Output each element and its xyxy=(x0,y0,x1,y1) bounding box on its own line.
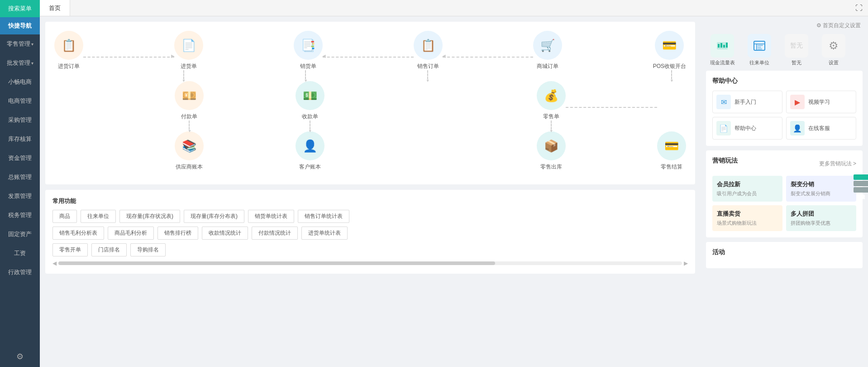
svg-rect-9 xyxy=(758,47,761,48)
sidebar-item-ecom-mgmt[interactable]: 电商管理 xyxy=(0,92,40,111)
sidebar-item-stock[interactable]: 库存核算 xyxy=(0,130,40,149)
sidebar-item-wholesale[interactable]: 批发管理 ▾ xyxy=(0,53,40,72)
homepage-customize-btn[interactable]: ⚙ 首页自定义设置 xyxy=(706,22,863,29)
node-retail[interactable]: 💰 零售单 xyxy=(537,81,566,121)
marketing-more-btn[interactable]: 更多营销玩法 > xyxy=(819,160,856,168)
node-retail-settle[interactable]: 💳 零售结算 xyxy=(657,131,686,171)
content-area: 📋 进货订单 ▶ 📄 进货单 xyxy=(40,16,868,367)
node-purchase-bill[interactable]: 📄 进货单 xyxy=(174,31,203,70)
node-mall-order[interactable]: 🛒 商城订单 xyxy=(533,31,562,70)
purchase-order-icon: 📋 xyxy=(54,31,83,60)
node-customer-ledger[interactable]: 👤 客户账本 xyxy=(296,131,324,171)
func-btn-receipt-stat[interactable]: 收款情况统计 xyxy=(202,227,248,240)
quick-icons: 现金流量表 往来单位 xyxy=(706,34,863,66)
node-supplier-ledger[interactable]: 📚 供应商账本 xyxy=(175,131,204,171)
sidebar-item-purchase[interactable]: 采购管理 xyxy=(0,111,40,130)
float-btn-hotline[interactable]: 客服热线 xyxy=(854,174,868,180)
help-item-beginner[interactable]: ✉ 新手入门 xyxy=(712,91,782,113)
sidebar-item-admin[interactable]: 行政管理 xyxy=(0,263,40,282)
svg-rect-10 xyxy=(758,48,762,49)
float-buttons: 客服热线 服务社区 桌面快捷 xyxy=(854,174,868,193)
sidebar-item-retail[interactable]: 零售管理 ▾ xyxy=(0,34,40,53)
func-btn-row-1: 商品 往来单位 现存量(库存状况表) 现存量(库存分布表) 销货单统计表 销售订… xyxy=(52,210,688,223)
payment-label: 付款单 xyxy=(181,113,197,121)
quick-icon-none[interactable]: 暂无 暂无 xyxy=(780,34,813,66)
sidebar-item-ledger[interactable]: 总账管理 xyxy=(0,168,40,187)
mall-order-label: 商城订单 xyxy=(537,63,558,70)
func-btn-store-rank[interactable]: 门店排名 xyxy=(91,243,127,256)
func-btn-guide-rank[interactable]: 导购排名 xyxy=(130,243,166,256)
sidebar-item-payroll[interactable]: 工资 xyxy=(0,244,40,263)
partners-icon xyxy=(748,34,771,58)
sidebar-item-assets[interactable]: 固定资产 xyxy=(0,225,40,244)
retail-out-icon: 📦 xyxy=(537,131,566,160)
sales-bill-label: 销货单 xyxy=(300,63,316,70)
help-item-video[interactable]: ▶ 视频学习 xyxy=(786,91,856,113)
func-btn-purchase-stat[interactable]: 进货单统计表 xyxy=(301,227,348,240)
sidebar-item-ecom[interactable]: 小畅电商 xyxy=(0,72,40,92)
svg-rect-3 xyxy=(723,45,725,48)
scroll-thumb xyxy=(58,261,495,265)
retail-settle-label: 零售结算 xyxy=(661,163,682,171)
help-item-docs[interactable]: 📄 帮助中心 xyxy=(712,117,782,140)
expand-icon[interactable]: ⛶ xyxy=(854,2,864,14)
scroll-left-btn[interactable]: ◀ xyxy=(52,260,57,266)
func-btn-profit1[interactable]: 销售毛利分析表 xyxy=(52,227,104,240)
func-btn-stock1[interactable]: 现存量(库存状况表) xyxy=(119,210,180,223)
help-card: 帮助中心 ✉ 新手入门 ▶ 视频学习 📄 帮助中心 👤 xyxy=(706,71,863,146)
marketing-item-group[interactable]: 多人拼团 拼团购物享受优惠 xyxy=(786,205,856,231)
marketing-item-live[interactable]: 直播卖货 场景式购物新玩法 xyxy=(712,205,782,231)
func-btn-row-3: 零售开单 门店排名 导购排名 xyxy=(52,243,688,256)
marketing-item-member[interactable]: 会员拉新 吸引用户成为会员 xyxy=(712,176,782,202)
supplier-ledger-label: 供应商账本 xyxy=(176,163,203,171)
func-btn-partners[interactable]: 往来单位 xyxy=(81,210,116,223)
tab-home[interactable]: 首页 xyxy=(40,0,70,16)
partners-label: 往来单位 xyxy=(749,59,769,66)
func-btn-profit2[interactable]: 商品毛利分析 xyxy=(108,227,154,240)
sidebar-search-btn[interactable]: 搜索菜单 xyxy=(0,0,40,17)
sidebar-item-finance[interactable]: 资金管理 xyxy=(0,149,40,168)
customer-ledger-label: 客户账本 xyxy=(299,163,321,171)
quick-icon-cashflow[interactable]: 现金流量表 xyxy=(706,34,739,66)
sidebar-item-invoice[interactable]: 发票管理 xyxy=(0,187,40,206)
node-sales-order[interactable]: 📋 销售订单 xyxy=(414,31,443,70)
video-icon: ▶ xyxy=(790,95,805,109)
right-panel: ⚙ 首页自定义设置 现金流量表 xyxy=(701,16,868,367)
node-sales-bill[interactable]: 📑 销货单 xyxy=(294,31,323,70)
node-receipt[interactable]: 💵 收款单 xyxy=(296,81,324,121)
float-btn-desktop[interactable]: 桌面快捷 xyxy=(854,187,868,193)
sidebar-settings-btn[interactable]: ⚙ xyxy=(0,346,40,367)
sidebar-item-tax[interactable]: 税务管理 xyxy=(0,206,40,225)
scroll-track[interactable] xyxy=(58,261,682,265)
purchase-order-label: 进货订单 xyxy=(58,63,80,70)
retail-icon: 💰 xyxy=(537,81,566,110)
sidebar-quick-nav[interactable]: 快捷导航 xyxy=(0,17,40,34)
marketing-grid: 会员拉新 吸引用户成为会员 裂变分销 裂变式发展分销商 直播卖货 场景式购物新玩… xyxy=(712,176,856,231)
main-area: 首页 ⛶ 📋 进货订单 xyxy=(40,0,868,367)
scroll-right-btn[interactable]: ▶ xyxy=(684,260,688,266)
receipt-label: 收款单 xyxy=(302,113,318,121)
func-btn-payment-stat[interactable]: 付款情况统计 xyxy=(252,227,298,240)
quick-icon-settings[interactable]: ⚙ 设置 xyxy=(817,34,850,66)
node-payment[interactable]: 💴 付款单 xyxy=(175,81,204,121)
activity-title: 活动 xyxy=(712,248,856,256)
node-pos[interactable]: 💳 POS收银开台 xyxy=(653,31,686,70)
none-label: 暂无 xyxy=(792,59,801,66)
func-btn-stock2[interactable]: 现存量(库存分布表) xyxy=(184,210,244,223)
retail-settle-icon: 💳 xyxy=(657,131,686,160)
func-btn-ranking[interactable]: 销售排行榜 xyxy=(157,227,198,240)
svg-rect-8 xyxy=(758,45,763,46)
node-purchase-order[interactable]: 📋 进货订单 xyxy=(54,31,83,70)
func-btn-sales-order-stat[interactable]: 销售订单统计表 xyxy=(298,210,349,223)
node-retail-out[interactable]: 📦 零售出库 xyxy=(537,131,566,171)
sales-bill-icon: 📑 xyxy=(294,31,323,60)
help-item-support[interactable]: 👤 在线客服 xyxy=(786,117,856,140)
float-btn-community[interactable]: 服务社区 xyxy=(854,181,868,186)
quick-icon-partners[interactable]: 往来单位 xyxy=(743,34,776,66)
func-btn-goods[interactable]: 商品 xyxy=(52,210,77,223)
func-btn-retail-order[interactable]: 零售开单 xyxy=(52,243,88,256)
marketing-item-fission[interactable]: 裂变分销 裂变式发展分销商 xyxy=(786,176,856,202)
receipt-icon: 💵 xyxy=(296,81,324,110)
common-funcs-title: 常用功能 xyxy=(52,197,688,205)
func-btn-sales-stat[interactable]: 销货单统计表 xyxy=(248,210,294,223)
